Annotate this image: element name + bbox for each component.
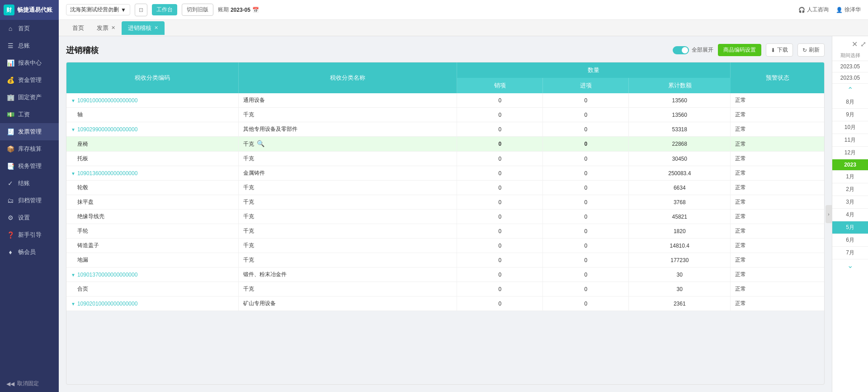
item-name: 托板 (77, 155, 88, 162)
sidebar-item-funds[interactable]: 💰 资金管理 (0, 72, 59, 89)
data-table-container: 税收分类编码 税收分类名称 数量 预警状态 销项 进项 累计数额 ▼109010… (66, 62, 825, 385)
sidebar-item-checkout[interactable]: ✓ 结账 (0, 175, 59, 192)
item-name: 轴 (77, 111, 83, 118)
collapse-icon[interactable]: ▼ (71, 127, 75, 132)
period-month-item[interactable]: 5月 (832, 221, 868, 234)
cell-status: 正常 (731, 239, 824, 253)
period-month-item[interactable]: 7月 (832, 247, 868, 259)
tax-icon: 📑 (6, 163, 14, 170)
cell-sale: 0 (457, 195, 543, 210)
workspace-button[interactable]: 工作台 (152, 4, 177, 15)
period-month-item[interactable]: 6月 (832, 234, 868, 247)
panel-toggle[interactable]: › (826, 205, 832, 223)
collapse-icon[interactable]: ▼ (71, 171, 75, 176)
search-icon[interactable]: 🔍 (257, 140, 264, 147)
period-month-item[interactable]: 9月 (832, 109, 868, 121)
cell-code[interactable]: ▼10901360000000000000 (66, 166, 238, 181)
cell-code[interactable]: ▼10901370000000000000 (66, 268, 238, 282)
period-month-item[interactable]: 10月 (832, 121, 868, 134)
sidebar-item-assets[interactable]: 🏢 固定资产 (0, 89, 59, 106)
unpin-icon: ◀◀ (6, 381, 14, 387)
tab-invoice-close[interactable]: ✕ (111, 25, 115, 31)
sidebar-item-home[interactable]: ⌂ 首页 (0, 20, 59, 37)
cell-total: 177230 (629, 253, 731, 268)
sidebar-item-member[interactable]: ♦ 畅会员 (0, 244, 59, 261)
calendar-icon[interactable]: 📅 (252, 7, 259, 13)
cell-code: 座椅 (66, 137, 238, 152)
sidebar-item-guide[interactable]: ❓ 新手引导 (0, 226, 59, 244)
group-code: 10901370000000000000 (77, 272, 137, 278)
item-name: 座椅 (77, 141, 88, 147)
collapse-icon[interactable]: ▼ (71, 98, 75, 103)
collapse-icon[interactable]: ▼ (71, 301, 75, 306)
cell-name: 千克 (238, 181, 457, 195)
cell-status: 正常 (731, 296, 824, 311)
cell-total: 14810.4 (629, 239, 731, 253)
cell-code: 轴 (66, 108, 238, 122)
cell-code[interactable]: ▼10902010000000000000 (66, 296, 238, 311)
product-code-button[interactable]: 商品编码设置 (718, 44, 761, 56)
sidebar-item-inventory[interactable]: 📦 库存核算 (0, 140, 59, 158)
sidebar-item-reports[interactable]: 📊 报表中心 (0, 54, 59, 72)
table-row: ▼10901360000000000000金属铸件00250083.4正常 (66, 166, 824, 181)
sidebar-item-ledger[interactable]: ☰ 总账 (0, 37, 59, 54)
cell-status: 正常 (731, 152, 824, 166)
support-label: 人工咨询 (807, 6, 829, 14)
sidebar-item-settings[interactable]: ⚙ 设置 (0, 209, 59, 226)
period-month-item[interactable]: 3月 (832, 196, 868, 209)
table-row: 合页千克0030正常 (66, 282, 824, 296)
user-profile[interactable]: 👤 徐泽华 (836, 6, 861, 14)
assets-icon: 🏢 (6, 94, 14, 101)
collapse-icon[interactable]: ▼ (71, 272, 75, 277)
download-button[interactable]: ⬇ 下载 (766, 43, 793, 57)
reports-icon: 📊 (6, 59, 14, 67)
period-month-item[interactable]: 1月 (832, 171, 868, 183)
period-year-item[interactable]: 2023 (832, 159, 868, 171)
expand-panel-icon[interactable]: ⤢ (860, 40, 866, 48)
period-month-item[interactable]: 4月 (832, 209, 868, 221)
sidebar-item-label: 报表中心 (18, 59, 42, 67)
support-button[interactable]: 🎧 人工咨询 (798, 6, 829, 14)
period-item-2[interactable]: 2023.05 (832, 72, 868, 84)
refresh-button[interactable]: ↻ 刷新 (797, 43, 825, 57)
scroll-up-nav[interactable]: ⌃ (845, 84, 855, 96)
expand-toggle[interactable] (673, 46, 689, 54)
archive-icon-btn[interactable]: ⊡ (135, 4, 147, 16)
period-month-item[interactable]: 12月 (832, 147, 868, 159)
company-selector[interactable]: 沈海英测试经营勿删 ▼ (66, 4, 130, 15)
item-name: 地漏 (77, 257, 88, 263)
table-header-row: 税收分类编码 税收分类名称 数量 预警状态 (66, 62, 824, 78)
tab-home[interactable]: 首页 (66, 21, 90, 35)
cell-name: 千克 (238, 152, 457, 166)
panel-controls: ✕ ⤢ (832, 40, 868, 48)
cell-code: 绝缘导线壳 (66, 210, 238, 224)
tab-invoice[interactable]: 发票 ✕ (90, 21, 122, 35)
period-month-item[interactable]: 11月 (832, 134, 868, 147)
cell-status: 正常 (731, 93, 824, 108)
period-month-item[interactable]: 2月 (832, 183, 868, 196)
sidebar-item-label: 发票管理 (18, 128, 42, 136)
th-sale: 销项 (457, 78, 543, 93)
funds-icon: 💰 (6, 76, 14, 84)
cell-total: 30450 (629, 152, 731, 166)
cell-purchase: 0 (543, 282, 629, 296)
old-version-button[interactable]: 切到旧版 (182, 4, 213, 16)
scroll-down-nav[interactable]: ⌄ (845, 259, 855, 272)
sidebar-item-archive[interactable]: 🗂 归档管理 (0, 192, 59, 209)
sidebar-item-salary[interactable]: 💵 工资 (0, 106, 59, 123)
tab-reconcile[interactable]: 进销稽核 ✕ (122, 21, 165, 35)
period-item-1[interactable]: 2023.05 (832, 61, 868, 72)
sidebar-item-tax[interactable]: 📑 税务管理 (0, 158, 59, 175)
th-tax-name: 税收分类名称 (238, 62, 457, 93)
tab-reconcile-close[interactable]: ✕ (154, 25, 158, 31)
cell-name: 千克 (238, 282, 457, 296)
guide-icon: ❓ (6, 231, 14, 239)
group-code: 10902010000000000000 (77, 301, 137, 307)
period-month-item[interactable]: 8月 (832, 96, 868, 109)
cell-code[interactable]: ▼10901000000000000000 (66, 93, 238, 108)
cell-code[interactable]: ▼10902990000000000000 (66, 122, 238, 137)
close-panel-icon[interactable]: ✕ (852, 40, 858, 48)
sidebar-item-invoice[interactable]: 🧾 发票管理 (0, 123, 59, 140)
cell-code: 托板 (66, 152, 238, 166)
sidebar-unpin[interactable]: ◀◀ 取消固定 (0, 375, 59, 392)
